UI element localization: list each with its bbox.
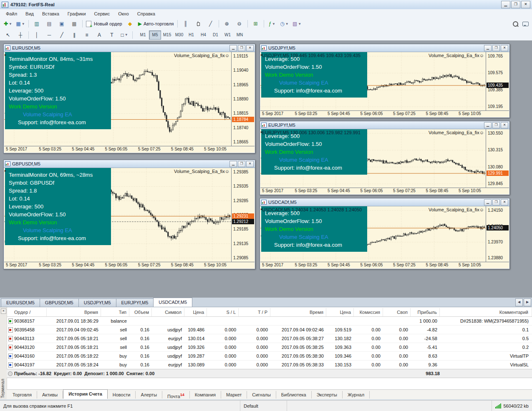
chart-window-usdcad[interactable]: USDCADf,M5 ▁❐✕ ▸ Leverage: 500VolumeOrde… — [260, 198, 510, 269]
chart-plot[interactable]: ▸ Leverage: 500VolumeOrderFlow: 1.50Work… — [260, 206, 486, 262]
price-axis[interactable]: 1.241501.240601.239701.238801.24050 — [486, 206, 509, 262]
text-button[interactable]: A — [93, 30, 105, 40]
history-row[interactable]: 903681572017.09.01 18:36:29balance1 000.… — [7, 317, 532, 326]
chart-tab-GBPUSDf,M5[interactable]: GBPUSDf,M5 — [40, 298, 79, 307]
timeframe-M15[interactable]: M15 — [161, 30, 173, 40]
chart-tab-USDCADf,M5[interactable]: USDCADf,M5 — [153, 298, 192, 307]
history-row[interactable]: 904431132017.09.05 05:18:21sell0.16eurjp… — [7, 334, 532, 343]
timeframe-M5[interactable]: M5 — [149, 30, 161, 40]
scroll-right-icon[interactable]: ▶ — [524, 298, 531, 306]
restore-button[interactable]: ❐ — [238, 45, 245, 51]
cursor-button[interactable]: ↖ — [2, 30, 14, 40]
history-row[interactable]: 903954582017.09.04 09:02:45sell0.16usdjp… — [7, 326, 532, 334]
time-axis[interactable]: 5 Sep 20175 Sep 03:255 Sep 04:455 Sep 06… — [260, 110, 509, 117]
terminal-tab-Журнал[interactable]: Журнал — [343, 391, 370, 398]
column-header-9[interactable]: Цена — [326, 308, 354, 316]
chart-window-eurjpy[interactable]: EURJPYf,M5 ▁❐✕ ▸ Leverage: 500VolumeOrde… — [260, 121, 510, 195]
restore-button[interactable]: ❐ — [492, 122, 500, 128]
chart-titlebar[interactable]: USDCADf,M5 ▁❐✕ — [260, 198, 509, 206]
column-header-2[interactable]: Тип — [101, 308, 129, 316]
terminal-tab-Эксперты[interactable]: Эксперты — [312, 391, 343, 398]
menu-item-Вид[interactable]: Вид — [21, 10, 38, 18]
close-button[interactable]: ✕ — [501, 199, 508, 206]
chart-titlebar[interactable]: EURUSDf,M5 ▁❐✕ — [4, 44, 255, 52]
minimize-button[interactable]: ▁ — [484, 122, 492, 128]
chart-titlebar[interactable]: GBPUSDf,M5 ▁❐✕ — [4, 160, 255, 168]
terminal-tab-Торговля[interactable]: Торговля — [8, 391, 37, 398]
column-header-3[interactable]: Объем — [129, 308, 152, 316]
column-header-10[interactable]: Комиссия — [354, 308, 383, 316]
timeframe-D1[interactable]: D1 — [209, 30, 222, 40]
terminal-tab-Библиотека[interactable]: Библиотека — [276, 391, 312, 398]
history-row[interactable]: 904431202017.09.05 05:18:21sell0.16usdjp… — [7, 343, 532, 352]
profiles-button[interactable]: ▦▼ — [15, 19, 26, 28]
minimize-button[interactable]: ▁ — [229, 161, 237, 167]
shapes-button[interactable]: □▼ — [119, 30, 130, 40]
menu-item-Файл[interactable]: Файл — [2, 10, 21, 18]
column-header-7[interactable]: T / P — [239, 308, 270, 316]
data-window-button[interactable]: ▤ — [43, 19, 55, 28]
minimize-button[interactable]: ▁ — [229, 45, 237, 51]
terminal-tab-Сигналы[interactable]: Сигналы — [247, 391, 276, 398]
timeframe-H1[interactable]: H1 — [185, 30, 197, 40]
titlebar[interactable]: 479102: FortFS-Real ▁ ❐ ✕ — [0, 0, 532, 10]
time-axis[interactable]: 5 Sep 20175 Sep 03:255 Sep 04:455 Sep 06… — [260, 262, 509, 268]
timeframe-MN[interactable]: MN — [234, 30, 246, 40]
channel-button[interactable]: ∥ — [68, 30, 80, 40]
price-axis[interactable]: 109.765109.575109.385109.195109.435 — [486, 52, 509, 111]
close-button[interactable]: ✕ — [501, 122, 508, 128]
close-icon[interactable]: ✕ — [1, 308, 6, 314]
scroll-left-icon[interactable]: ◀ — [515, 298, 523, 306]
templates-button[interactable]: ▧▼ — [291, 19, 303, 28]
terminal-button[interactable]: ▩ — [68, 19, 80, 28]
candlestick-button[interactable] — [192, 19, 204, 28]
horizontal-line-button[interactable]: ─ — [43, 30, 55, 40]
timeframe-M30[interactable]: M30 — [173, 30, 185, 40]
minimize-button[interactable]: ▁ — [484, 199, 492, 206]
price-axis[interactable]: 1.293851.293351.292851.292351.291851.291… — [231, 168, 255, 262]
fibonacci-button[interactable]: ≡ — [81, 30, 93, 40]
chat-icon[interactable] — [522, 22, 529, 26]
time-axis[interactable]: 5 Sep 20175 Sep 03:255 Sep 04:455 Sep 06… — [4, 146, 255, 153]
terminal-tab-История Счета[interactable]: История Счета — [63, 389, 108, 399]
indicators-button[interactable]: ƒ▼ — [266, 19, 278, 28]
chart-plot[interactable]: ▸ TerminalMonitor ON, 84ms, ~31msSymbol:… — [4, 52, 232, 146]
close-button[interactable]: ✕ — [246, 45, 254, 51]
menu-item-Графики[interactable]: Графики — [63, 10, 90, 18]
text-label-button[interactable]: T — [106, 30, 118, 40]
column-header-1[interactable]: Время — [47, 308, 101, 316]
bar-chart-button[interactable]: ║ — [180, 19, 192, 28]
zoom-in-button[interactable]: ⊕ — [221, 19, 233, 28]
terminal-tab-Почта[interactable]: Почта14 — [162, 391, 190, 398]
chart-titlebar[interactable]: EURJPYf,M5 ▁❐✕ — [260, 121, 509, 129]
chart-window-usdjpy[interactable]: USDJPYf,M5 ▁❐✕ ▸ Leverage: 500VolumeOrde… — [260, 44, 510, 118]
restore-button[interactable]: ❐ — [492, 199, 500, 206]
line-chart-button[interactable]: ╱ — [205, 19, 217, 28]
column-header-12[interactable]: Прибыль — [411, 308, 440, 316]
price-axis[interactable]: 1.191151.190401.189651.188901.188151.187… — [231, 52, 255, 146]
metaeditor-button[interactable]: ◆ — [124, 19, 136, 28]
new-order-button[interactable]: Новый ордер — [85, 19, 124, 28]
new-chart-button[interactable]: ✚▼ — [2, 19, 14, 28]
chart-tab-USDJPYf,M5[interactable]: USDJPYf,M5 — [78, 298, 116, 307]
terminal-tab-Маркет[interactable]: Маркет — [221, 391, 247, 398]
chart-tab-EURUSDf,M5[interactable]: EURUSDf,M5 — [1, 298, 40, 307]
column-header-4[interactable]: Символ — [152, 308, 184, 316]
periods-button[interactable]: ◷▼ — [279, 19, 290, 28]
vertical-line-button[interactable]: │ — [31, 30, 43, 40]
chart-tab-EURJPYf,M5[interactable]: EURJPYf,M5 — [116, 298, 154, 307]
zoom-out-button[interactable]: ⊖ — [234, 19, 245, 28]
menu-item-Вставка[interactable]: Вставка — [38, 10, 63, 18]
chart-plot[interactable]: ▸ TerminalMonitor ON, 69ms, ~28msSymbol:… — [4, 168, 232, 262]
menu-item-Сервис[interactable]: Сервис — [90, 10, 114, 18]
terminal-tab-Алерты[interactable]: Алерты — [136, 391, 162, 398]
minimize-button[interactable]: ▁ — [484, 45, 492, 51]
column-header-11[interactable]: Своп — [383, 308, 411, 316]
column-header-5[interactable]: Цена — [184, 308, 207, 316]
chart-titlebar[interactable]: USDJPYf,M5 ▁❐✕ — [260, 44, 509, 52]
time-axis[interactable]: 5 Sep 20175 Sep 03:255 Sep 04:455 Sep 06… — [260, 188, 509, 194]
restore-button[interactable]: ❐ — [238, 161, 245, 167]
timeframe-M1[interactable]: M1 — [137, 30, 149, 40]
chart-window-eurusd[interactable]: EURUSDf,M5 ▁❐✕ ▸ TerminalMonitor ON, 84m… — [3, 44, 255, 153]
chart-window-gbpusd[interactable]: GBPUSDf,M5 ▁❐✕ ▸ TerminalMonitor ON, 69m… — [3, 160, 255, 269]
